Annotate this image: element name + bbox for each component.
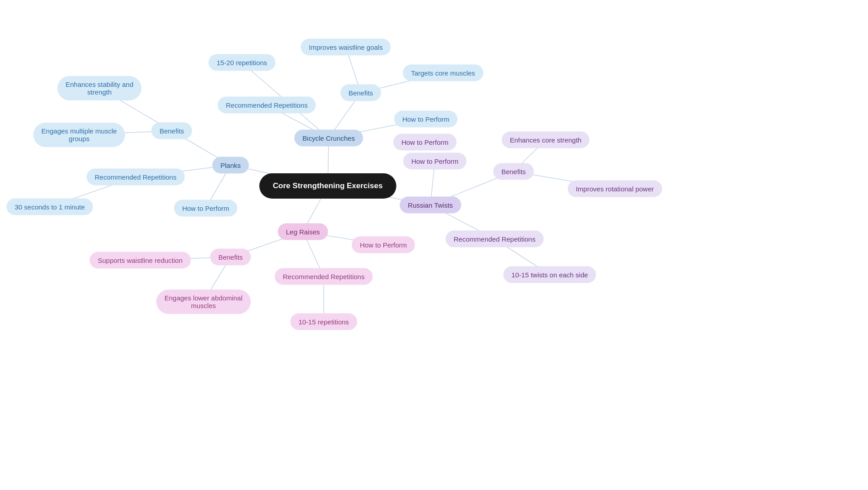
- mindmap-container: Core Strengthening Exercises PlanksBenef…: [0, 0, 868, 490]
- node-reps-russian[interactable]: Recommended Repetitions: [446, 231, 544, 247]
- node-benefits-legraises[interactable]: Benefits: [210, 249, 251, 266]
- node-targets-core[interactable]: Targets core muscles: [403, 65, 483, 81]
- node-howto-planks[interactable]: How to Perform: [174, 200, 237, 217]
- node-legraises[interactable]: Leg Raises: [278, 224, 328, 240]
- node-supports-waistline[interactable]: Supports waistline reduction: [90, 252, 191, 269]
- node-reps-legraises[interactable]: Recommended Repetitions: [275, 268, 373, 285]
- node-enhances-stability[interactable]: Enhances stability and strength: [57, 76, 142, 100]
- node-benefits-bicycle[interactable]: Benefits: [340, 85, 381, 101]
- center-node[interactable]: Core Strengthening Exercises: [259, 173, 396, 199]
- node-engages-multiple[interactable]: Engages multiple muscle groups: [33, 123, 125, 147]
- node-enhances-core[interactable]: Enhances core strength: [502, 132, 590, 148]
- node-10-15twists[interactable]: 10-15 twists on each side: [503, 266, 596, 283]
- node-howto-russian1[interactable]: How to Perform: [403, 153, 467, 170]
- node-benefits-russian[interactable]: Benefits: [493, 163, 534, 180]
- node-benefits-planks[interactable]: Benefits: [151, 123, 192, 139]
- node-planks[interactable]: Planks: [212, 157, 249, 174]
- node-reps-planks[interactable]: Recommended Repetitions: [87, 169, 185, 186]
- node-reps-bicycle[interactable]: Recommended Repetitions: [218, 97, 316, 114]
- node-30seconds[interactable]: 30 seconds to 1 minute: [6, 199, 93, 215]
- node-bicycle[interactable]: Bicycle Crunches: [294, 130, 363, 147]
- node-10-15reps-leg[interactable]: 10-15 repetitions: [290, 314, 357, 330]
- node-russian[interactable]: Russian Twists: [400, 197, 461, 214]
- node-15-20reps[interactable]: 15-20 repetitions: [208, 54, 275, 71]
- node-howto-russian2[interactable]: How to Perform: [393, 134, 457, 151]
- node-howto-bicycle[interactable]: How to Perform: [394, 111, 458, 128]
- node-howto-legraises[interactable]: How to Perform: [352, 237, 415, 253]
- node-improves-waistline[interactable]: Improves waistline goals: [301, 39, 391, 56]
- node-improves-rotational[interactable]: Improves rotational power: [568, 181, 662, 197]
- node-engages-lower[interactable]: Engages lower abdominal muscles: [156, 290, 251, 314]
